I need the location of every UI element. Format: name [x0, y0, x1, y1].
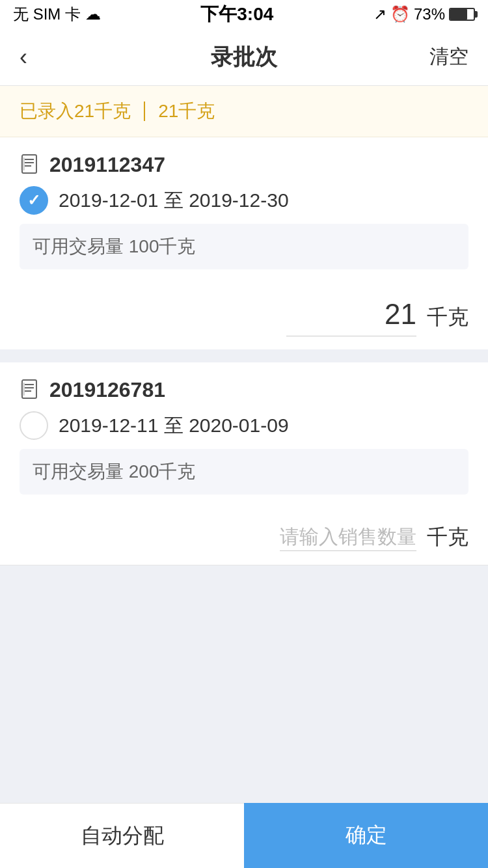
doc-icon-2	[20, 379, 43, 402]
sim-label: 无 SIM 卡 ☁	[13, 4, 101, 25]
batch-list: 2019112347 ✓ 2019-12-01 至 2019-12-30 可用交…	[0, 137, 488, 865]
qty-unit-2: 千克	[427, 523, 468, 552]
svg-rect-2	[25, 162, 34, 163]
status-left: 无 SIM 卡 ☁	[13, 4, 101, 25]
batch-date-2: 2019-12-11 至 2020-01-09	[59, 413, 289, 439]
check-icon-1: ✓	[27, 191, 40, 210]
qty-input-2[interactable]: 请输入销售数量	[280, 524, 416, 551]
nav-bar: ‹ 录批次 清空	[0, 29, 488, 86]
batch-header-1: 2019112347	[20, 153, 468, 177]
status-time: 下午3:04	[200, 2, 273, 27]
clear-button[interactable]: 清空	[429, 44, 468, 70]
qty-value-1: 21	[385, 298, 416, 330]
batch-header-2: 2019126781	[20, 378, 468, 402]
qty-placeholder-2: 请输入销售数量	[280, 526, 416, 547]
back-button[interactable]: ‹	[20, 44, 59, 71]
page-title: 录批次	[211, 42, 277, 72]
banner-divider	[144, 102, 145, 121]
recorded-amount: 已录入21千克	[20, 99, 131, 124]
info-banner: 已录入21千克 21千克	[0, 86, 488, 137]
total-amount: 21千克	[158, 99, 215, 124]
batch-row-1[interactable]: ✓ 2019-12-01 至 2019-12-30	[20, 186, 468, 215]
svg-rect-7	[25, 387, 34, 388]
batch-item-2: 2019126781 2019-12-11 至 2020-01-09 可用交易量…	[0, 362, 488, 510]
battery-percent: 73%	[414, 5, 445, 23]
qty-row-1: 21 千克	[0, 285, 488, 349]
radio-1[interactable]: ✓	[20, 186, 48, 215]
alarm-icon: ⏰	[390, 5, 410, 23]
batch-date-1: 2019-12-01 至 2019-12-30	[59, 187, 289, 214]
location-icon: ↗	[373, 5, 386, 23]
batch-item-1: 2019112347 ✓ 2019-12-01 至 2019-12-30 可用交…	[0, 137, 488, 285]
svg-rect-8	[25, 390, 31, 392]
status-right: ↗ ⏰ 73%	[373, 5, 475, 23]
svg-rect-9	[21, 383, 25, 396]
qty-input-1[interactable]: 21	[286, 298, 416, 336]
batch-id-1: 2019112347	[49, 153, 165, 177]
batch-row-2[interactable]: 2019-12-11 至 2020-01-09	[20, 411, 468, 440]
battery-icon	[449, 8, 475, 21]
svg-rect-4	[21, 157, 25, 170]
radio-2[interactable]	[20, 411, 48, 440]
qty-unit-1: 千克	[427, 303, 468, 332]
qty-input-area-2: 请输入销售数量 千克	[0, 510, 488, 565]
batch-id-2: 2019126781	[49, 378, 165, 402]
svg-rect-3	[25, 165, 31, 167]
bottom-bar: 自动分配 确定	[0, 803, 488, 868]
svg-rect-6	[25, 384, 34, 385]
available-qty-2: 可用交易量 200千克	[20, 449, 468, 495]
doc-icon-1	[20, 154, 43, 177]
confirm-button[interactable]: 确定	[244, 803, 488, 868]
status-bar: 无 SIM 卡 ☁ 下午3:04 ↗ ⏰ 73%	[0, 0, 488, 29]
section-separator	[0, 349, 488, 362]
svg-rect-1	[25, 159, 34, 160]
available-qty-1: 可用交易量 100千克	[20, 224, 468, 269]
auto-distribute-button[interactable]: 自动分配	[0, 803, 244, 868]
